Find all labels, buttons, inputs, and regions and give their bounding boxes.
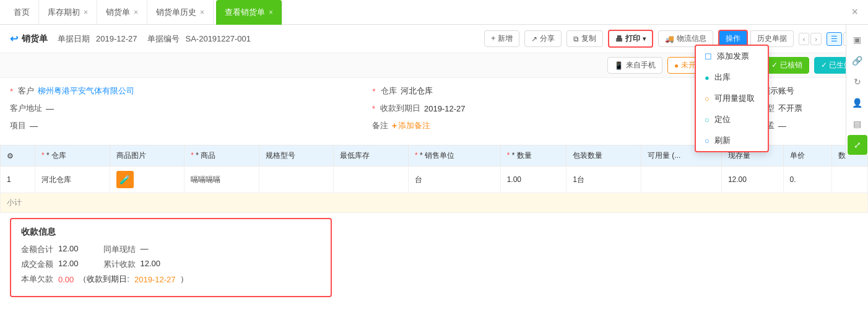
tab-view-close[interactable]: ×: [269, 8, 273, 17]
current-due-label: 本单欠款: [21, 274, 53, 285]
tab-sales-label: 销货单: [106, 7, 130, 18]
due-date-required: *: [372, 104, 375, 113]
note-field: 备注 + 添加备注: [372, 120, 496, 131]
project-label: 项目: [10, 120, 26, 131]
available-qty-item[interactable]: ○ 可用量提取: [696, 88, 768, 109]
add-invoice-item[interactable]: ☐ 添加发票: [696, 46, 768, 67]
address-value: —: [46, 104, 54, 113]
refresh-label: 刷新: [714, 135, 731, 146]
actions-label: 操作: [726, 34, 740, 43]
address-field: 客户地址 —: [10, 103, 134, 114]
same-order-label: 同单现结: [103, 244, 136, 255]
right-sidebar: ▣ 🔗 ↻ 👤 ▤ ⤢: [846, 25, 868, 155]
add-note-button[interactable]: + 添加备注: [392, 120, 430, 131]
tab-sales-close[interactable]: ×: [134, 8, 138, 17]
invoice-value: 不开票: [778, 103, 802, 114]
sidebar-icon-5[interactable]: ▤: [848, 114, 867, 134]
doc-date-value: 2019-12-27: [96, 34, 137, 43]
list-view-button[interactable]: ☰: [827, 32, 842, 46]
tab-bar: 首页 库存期初 × 销货单 × 销货单历史 × 查看销货单 × ×: [0, 0, 868, 25]
tab-inventory-close[interactable]: ×: [84, 8, 88, 17]
col-image: 商品图片: [110, 145, 184, 167]
col-warehouse: * * 仓库: [35, 145, 110, 167]
row-seq: 1: [1, 167, 35, 193]
from-phone-button[interactable]: 📱 来自手机: [607, 57, 662, 74]
next-button[interactable]: ›: [810, 33, 822, 45]
product-image: 🧪: [116, 171, 134, 188]
project-value: —: [30, 121, 38, 131]
warehouse-label: 仓库: [381, 85, 397, 97]
payment-info-title: 收款信息: [21, 227, 321, 238]
total-amount-label: 金额合计: [21, 244, 53, 255]
col-product: * * 商品: [184, 145, 259, 167]
row-warehouse: 河北仓库: [35, 167, 110, 193]
payment-info-box: 收款信息 金额合计 12.00 同单现结 — 成交金额 12.00 累计收款: [10, 218, 332, 297]
sidebar-icon-1[interactable]: ▣: [848, 30, 867, 50]
customer-field: * 客户 柳州粤港平安气体有限公司: [10, 85, 134, 97]
current-due-value: 0.00: [58, 275, 74, 284]
refresh-item[interactable]: ○ 刷新: [696, 130, 768, 151]
locate-item[interactable]: ○ 定位: [696, 109, 768, 130]
share-icon: ↗: [531, 35, 537, 43]
tab-sales-history[interactable]: 销货单历史 ×: [147, 0, 214, 25]
print-arrow: ▾: [643, 35, 646, 42]
payment-row-1: 金额合计 12.00 同单现结 —: [21, 244, 321, 255]
print-label: 打印: [625, 33, 640, 44]
tab-home[interactable]: 首页: [5, 0, 39, 25]
sidebar-icon-2[interactable]: 🔗: [848, 51, 867, 71]
doc-date-label: 单据日期 2019-12-27: [58, 33, 137, 45]
print-icon: 🖶: [615, 35, 623, 43]
outbound-icon: ●: [705, 73, 710, 82]
tab-home-label: 首页: [14, 7, 30, 18]
prev-button[interactable]: ‹: [799, 33, 810, 45]
row-min-stock: [334, 167, 409, 193]
new-button[interactable]: + 新增: [484, 30, 519, 47]
row-available: [641, 167, 721, 193]
doc-meta: 单据日期 2019-12-27 单据编号 SA-20191227-001: [58, 33, 251, 45]
subtotal-row: 小计: [1, 193, 868, 213]
verified-badge[interactable]: ✓ 已核销: [765, 57, 809, 74]
row-image: 🧪: [110, 167, 184, 193]
due-date-field: * 收款到期日 2019-12-27: [372, 103, 496, 114]
tab-inventory-start[interactable]: 库存期初 ×: [39, 0, 97, 25]
share-label: 分享: [540, 33, 555, 44]
copy-label: 复制: [581, 33, 596, 44]
add-note-plus: +: [392, 121, 397, 131]
row-unit-price: 0.: [783, 167, 832, 193]
warehouse-field: * 仓库 河北仓库: [373, 85, 497, 97]
col-unit: * * 销售单位: [408, 145, 500, 167]
global-close-button[interactable]: ×: [846, 6, 863, 19]
tab-inventory-label: 库存期初: [48, 7, 80, 18]
outbound-item[interactable]: ● 出库: [696, 67, 768, 88]
doc-number-value: SA-20191227-001: [186, 34, 251, 43]
toolbar-right: + 新增 ↗ 分享 ⧉ 复制 🖶 打印 ▾ 🚚 物流信息: [484, 30, 858, 48]
same-order-value: —: [141, 244, 149, 255]
customer-label: 客户: [18, 85, 34, 97]
logistics-label: 物流信息: [677, 33, 706, 44]
col-gear[interactable]: ⚙: [1, 145, 35, 167]
share-button[interactable]: ↗ 分享: [524, 30, 562, 47]
tab-history-close[interactable]: ×: [200, 8, 204, 17]
col-pkg-qty: 包装数量: [566, 145, 641, 167]
row-spec: [259, 167, 334, 193]
col-spec: 规格型号: [259, 145, 334, 167]
sidebar-icon-3[interactable]: ↻: [848, 72, 867, 92]
customer-required: *: [10, 87, 13, 96]
copy-button[interactable]: ⧉ 复制: [566, 30, 603, 47]
warehouse-value: 河北仓库: [401, 85, 433, 97]
transaction-amount-field: 成交金额 12.00: [21, 259, 79, 270]
row-pkg-qty: 1台: [566, 167, 641, 193]
verified-check-icon: ✓: [771, 61, 778, 69]
total-amount-field: 金额合计 12.00: [21, 244, 79, 255]
customer-value[interactable]: 柳州粤港平安气体有限公司: [38, 85, 134, 97]
refresh-icon: ○: [705, 136, 710, 145]
gear-icon[interactable]: ⚙: [7, 152, 14, 160]
nav-arrows: ‹ ›: [799, 33, 822, 45]
print-button[interactable]: 🖶 打印 ▾: [608, 30, 653, 48]
tab-view-sales[interactable]: 查看销货单 ×: [216, 0, 282, 25]
current-due-field: 本单欠款 0.00 （收款到期日: 2019-12-27 ）: [21, 274, 188, 285]
sidebar-icon-4[interactable]: 👤: [848, 93, 867, 113]
tab-sales-order[interactable]: 销货单 ×: [97, 0, 147, 25]
sidebar-icon-expand[interactable]: ⤢: [848, 135, 867, 155]
transaction-value: 12.00: [58, 259, 79, 270]
